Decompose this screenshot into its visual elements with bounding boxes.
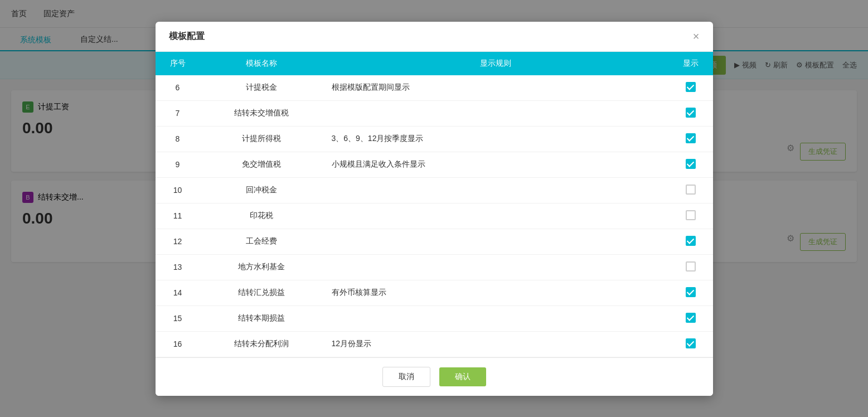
cell-rule-1: [323, 100, 668, 126]
checkbox-11[interactable]: [686, 210, 696, 220]
cell-index-7: 13: [156, 254, 200, 280]
cell-rule-4: [323, 177, 668, 203]
cell-name-7: 地方水利基金: [200, 254, 323, 280]
cell-check-3: [668, 152, 713, 177]
dialog-header: 模板配置 ×: [156, 22, 713, 52]
cell-index-4: 10: [156, 177, 200, 203]
cell-check-6: [668, 229, 713, 254]
table-row: 12工会经费: [156, 229, 713, 254]
cell-name-4: 回冲税金: [200, 177, 323, 203]
cell-check-5: [668, 203, 713, 229]
table-row: 9免交增值税小规模且满足收入条件显示: [156, 152, 713, 177]
checkbox-14[interactable]: [686, 287, 696, 297]
table-row: 14结转汇兑损益有外币核算显示: [156, 280, 713, 306]
col-header-rule: 显示规则: [323, 52, 668, 75]
checkbox-15[interactable]: [686, 313, 696, 323]
table-row: 13地方水利基金: [156, 254, 713, 280]
modal-overlay: 模板配置 × 序号 模板名称 显示规则 显示 6计提税金根据模版配置期间显示7结…: [0, 0, 868, 417]
checkbox-9[interactable]: [686, 159, 696, 169]
cell-index-0: 6: [156, 75, 200, 101]
cell-index-3: 9: [156, 152, 200, 177]
cell-name-0: 计提税金: [200, 75, 323, 101]
cell-name-8: 结转汇兑损益: [200, 280, 323, 306]
col-header-name: 模板名称: [200, 52, 323, 75]
cell-check-7: [668, 254, 713, 280]
cell-check-9: [668, 306, 713, 331]
cell-check-1: [668, 100, 713, 126]
cell-name-10: 结转未分配利润: [200, 331, 323, 357]
cell-index-1: 7: [156, 100, 200, 126]
checkbox-7[interactable]: [686, 108, 696, 118]
cell-name-3: 免交增值税: [200, 152, 323, 177]
checkbox-8[interactable]: [686, 133, 696, 143]
checkbox-6[interactable]: [686, 82, 696, 92]
checkbox-16[interactable]: [686, 338, 696, 348]
cell-rule-2: 3、6、9、12月按季度显示: [323, 126, 668, 152]
cell-index-8: 14: [156, 280, 200, 306]
col-header-index: 序号: [156, 52, 200, 75]
cell-index-9: 15: [156, 306, 200, 331]
cell-name-5: 印花税: [200, 203, 323, 229]
cell-rule-6: [323, 229, 668, 254]
cell-name-9: 结转本期损益: [200, 306, 323, 331]
confirm-button[interactable]: 确认: [439, 367, 486, 386]
table-body: 6计提税金根据模版配置期间显示7结转未交增值税8计提所得税3、6、9、12月按季…: [156, 75, 713, 357]
dialog-body: 序号 模板名称 显示规则 显示 6计提税金根据模版配置期间显示7结转未交增值税8…: [156, 52, 713, 357]
config-table: 序号 模板名称 显示规则 显示 6计提税金根据模版配置期间显示7结转未交增值税8…: [156, 52, 713, 357]
cell-name-2: 计提所得税: [200, 126, 323, 152]
cell-rule-8: 有外币核算显示: [323, 280, 668, 306]
table-row: 10回冲税金: [156, 177, 713, 203]
dialog-template-config: 模板配置 × 序号 模板名称 显示规则 显示 6计提税金根据模版配置期间显示7结…: [156, 22, 713, 396]
cell-rule-9: [323, 306, 668, 331]
table-row: 16结转未分配利润12月份显示: [156, 331, 713, 357]
cell-rule-0: 根据模版配置期间显示: [323, 75, 668, 101]
table-row: 6计提税金根据模版配置期间显示: [156, 75, 713, 101]
table-row: 11印花税: [156, 203, 713, 229]
checkbox-12[interactable]: [686, 236, 696, 246]
cell-check-0: [668, 75, 713, 101]
dialog-close-button[interactable]: ×: [693, 31, 700, 42]
dialog-title: 模板配置: [169, 31, 205, 42]
table-header-row: 序号 模板名称 显示规则 显示: [156, 52, 713, 75]
cell-index-6: 12: [156, 229, 200, 254]
cell-rule-7: [323, 254, 668, 280]
cell-name-1: 结转未交增值税: [200, 100, 323, 126]
table-row: 8计提所得税3、6、9、12月按季度显示: [156, 126, 713, 152]
table-row: 15结转本期损益: [156, 306, 713, 331]
cell-name-6: 工会经费: [200, 229, 323, 254]
cell-check-10: [668, 331, 713, 357]
cell-check-2: [668, 126, 713, 152]
col-header-show: 显示: [668, 52, 713, 75]
cell-check-8: [668, 280, 713, 306]
cell-index-5: 11: [156, 203, 200, 229]
cell-rule-3: 小规模且满足收入条件显示: [323, 152, 668, 177]
cell-index-2: 8: [156, 126, 200, 152]
cell-check-4: [668, 177, 713, 203]
table-row: 7结转未交增值税: [156, 100, 713, 126]
cell-rule-5: [323, 203, 668, 229]
checkbox-10[interactable]: [686, 185, 696, 195]
checkbox-13[interactable]: [686, 261, 696, 271]
cell-index-10: 16: [156, 331, 200, 357]
cancel-button[interactable]: 取消: [382, 367, 430, 387]
dialog-footer: 取消 确认: [156, 357, 713, 396]
cell-rule-10: 12月份显示: [323, 331, 668, 357]
